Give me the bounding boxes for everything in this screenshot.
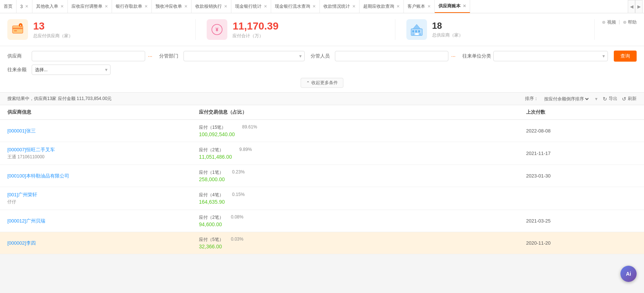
tx-amount-1: 100,092,540.00 — [199, 131, 235, 137]
nav-tab-ar-ap-adjust-close[interactable]: ✕ — [105, 4, 108, 9]
supplier-dots-btn[interactable]: ··· — [147, 53, 153, 59]
table-row: [000100]本特勒油品有限公司 应付（1笔） 258,000.00 0.23… — [0, 165, 644, 187]
tx-amount-2: 11,051,486.00 — [199, 154, 232, 160]
supplier-name-link-1[interactable]: [000001]张三 — [7, 128, 36, 134]
supplier-name-link-4[interactable]: [001]广州荣轩 — [7, 192, 37, 197]
svg-rect-1 — [13, 28, 23, 29]
payable-suppliers-icon: ¥ — [7, 19, 28, 40]
tx-detail-1: 应付（15笔） 100,092,540.00 — [199, 124, 235, 137]
tx-amount-5: 94,600.00 — [199, 221, 224, 227]
nav-tab-ar-ap-adjust[interactable]: 应收应付调整单 ✕ — [68, 0, 112, 13]
supplier-name-link-2[interactable]: [000007]恒旺二手叉车 — [7, 147, 55, 152]
filter-supplier-label: 供应商 — [7, 53, 29, 59]
svg-rect-13 — [415, 33, 419, 35]
refresh-label: 刷新 — [628, 96, 637, 102]
nav-tab-receipt-verify[interactable]: 收款核销执行 ✕ — [192, 0, 231, 13]
total-suppliers-label: 总供应商（家） — [432, 32, 463, 38]
nav-tab-receipt-stat-close[interactable]: ✕ — [352, 4, 356, 9]
nav-tab-receipt-stat[interactable]: 收款情况统计 ✕ — [320, 0, 360, 13]
tx-label-2: 应付（2笔） — [199, 147, 232, 153]
transaction-info-6: 应付（5笔） 32,366.00 0.03% — [199, 237, 526, 249]
transaction-info-2: 应付（2笔） 11,051,486.00 9.89% — [199, 147, 526, 160]
transaction-info-4: 应付（4笔） 164,635.90 0.15% — [199, 192, 526, 205]
nav-tab-cash-flow-close[interactable]: ✕ — [312, 4, 316, 9]
person-input[interactable] — [335, 51, 448, 61]
help-link[interactable]: ⊙ 帮助 — [623, 19, 637, 25]
collapse-button[interactable]: ⌃ 收起更多条件 — [301, 78, 343, 88]
nav-tab-cash-stat[interactable]: 现金银行统计 ✕ — [231, 0, 271, 13]
supplier-info-6: [000002]李四 — [7, 240, 199, 247]
supplier-input[interactable] — [32, 51, 145, 61]
nav-tab-home[interactable]: 首页 — [0, 0, 17, 13]
nav-tab-3[interactable]: 3 ✕ — [17, 0, 32, 13]
nav-tab-supplier-ledger[interactable]: 供应商账本 ✕ — [435, 0, 470, 13]
balance-select[interactable]: 选择... — [32, 65, 111, 75]
summary-total-suppliers-text: 18 总供应商（家） — [432, 21, 463, 38]
tx-percent-6: 0.03% — [231, 237, 244, 242]
search-button[interactable]: 查询 — [614, 51, 637, 62]
nav-tab-cash-stat-close[interactable]: ✕ — [264, 4, 267, 9]
nav-tab-supplier-ledger-close[interactable]: ✕ — [463, 4, 466, 8]
nav-tab-advance-ar[interactable]: 预收冲应收单 ✕ — [152, 0, 192, 13]
transaction-info-1: 应付（15笔） 100,092,540.00 89.61% — [199, 124, 526, 137]
summary-bar: ¥ 13 总应付供应商（家） ¥ 11,170.39 应付合计（万） — [0, 13, 644, 46]
transaction-info-3: 应付（1笔） 258,000.00 0.23% — [199, 169, 526, 182]
last-pay-3: 2023-01-30 — [526, 173, 637, 179]
category-select-wrapper: ▼ — [493, 51, 608, 61]
collapse-area: ⌃ 收起更多条件 — [7, 78, 637, 88]
svg-rect-10 — [418, 30, 420, 32]
nav-tab-bank-deposit-close[interactable]: ✕ — [144, 4, 148, 9]
nav-tab-advance-ar-label: 预收冲应收单 — [155, 3, 182, 10]
top-right-links: ⊙ 视频 | ⊙ 帮助 — [595, 19, 637, 40]
summary-payable-total-text: 11,170.39 应付合计（万） — [232, 20, 279, 39]
nav-tab-cash-stat-label: 现金银行统计 — [235, 3, 262, 10]
tx-percent-1: 89.61% — [242, 124, 257, 130]
person-dots-btn[interactable]: ··· — [451, 53, 456, 59]
video-link[interactable]: ⊙ 视频 — [602, 19, 616, 25]
supplier-name-link-3[interactable]: [000100]本特勒油品有限公司 — [7, 173, 69, 179]
tx-label-3: 应付（1笔） — [199, 169, 225, 176]
supplier-name-link-6[interactable]: [000002]李四 — [7, 240, 36, 246]
supplier-info-5: [000012]广州贝瑞 — [7, 218, 199, 224]
nav-tab-overdue-ar-close[interactable]: ✕ — [396, 4, 400, 9]
nav-tab-other-income[interactable]: 其他收入单 ✕ — [32, 0, 68, 13]
nav-arrow-left[interactable]: ◀ — [628, 0, 635, 13]
last-pay-2: 2021-11-17 — [526, 151, 637, 156]
nav-tab-supplier-ledger-label: 供应商账本 — [438, 3, 461, 9]
dept-select[interactable] — [183, 51, 305, 61]
payable-total-icon: ¥ — [207, 19, 227, 40]
results-bar: 搜索结果中，供应商13家 应付金额 111,703,854.00元 排序： 按应… — [0, 93, 644, 105]
nav-tab-customer-ledger-close[interactable]: ✕ — [427, 4, 431, 9]
svg-marker-14 — [413, 24, 420, 29]
table-row: [001]广州荣轩 仔仔 应付（4笔） 164,635.90 0.15% — [0, 187, 644, 210]
summary-card-payable-suppliers: ¥ 13 总应付供应商（家） — [7, 19, 196, 40]
nav-tab-customer-ledger[interactable]: 客户账本 ✕ — [404, 0, 435, 13]
tx-percent-2: 9.89% — [239, 147, 252, 152]
nav-tab-bank-deposit-label: 银行存取款单 — [116, 3, 142, 10]
export-icon: ↻ — [603, 96, 607, 102]
nav-tab-overdue-ar[interactable]: 超期应收款查询 ✕ — [360, 0, 404, 13]
nav-tab-cash-flow[interactable]: 现金银行流水查询 ✕ — [271, 0, 320, 13]
nav-tab-home-label: 首页 — [4, 3, 13, 10]
nav-tab-advance-ar-close[interactable]: ✕ — [184, 4, 188, 9]
tx-percent-4: 0.15% — [232, 192, 245, 197]
nav-tab-other-income-close[interactable]: ✕ — [60, 4, 64, 9]
supplier-contact-4: 仔仔 — [7, 199, 199, 205]
filter-person: 分管人员 ··· — [311, 51, 456, 61]
sort-select[interactable]: 按应付余额倒序排序 — [543, 96, 590, 102]
filter-balance-label: 往来余额 — [7, 66, 29, 73]
export-button[interactable]: ↻ 导出 — [603, 96, 617, 102]
nav-arrow-right[interactable]: ▶ — [635, 0, 643, 13]
tx-detail-5: 应付（2笔） 94,600.00 — [199, 214, 224, 227]
nav-tab-3-label: 3 — [20, 4, 23, 9]
supplier-info-1: [000001]张三 — [7, 128, 199, 134]
supplier-name-link-5[interactable]: [000012]广州贝瑞 — [7, 218, 45, 224]
refresh-button[interactable]: ↺ 刷新 — [622, 96, 637, 102]
nav-tab-3-close[interactable]: ✕ — [25, 4, 28, 9]
top-navigation: 首页 3 ✕ 其他收入单 ✕ 应收应付调整单 ✕ 银行存取款单 ✕ 预收冲应收单… — [0, 0, 644, 13]
tx-detail-4: 应付（4笔） 164,635.90 — [199, 192, 225, 205]
category-select[interactable] — [493, 51, 608, 61]
last-pay-5: 2021-03-25 — [526, 218, 637, 224]
nav-tab-receipt-verify-close[interactable]: ✕ — [224, 4, 227, 9]
nav-tab-bank-deposit[interactable]: 银行存取款单 ✕ — [112, 0, 152, 13]
